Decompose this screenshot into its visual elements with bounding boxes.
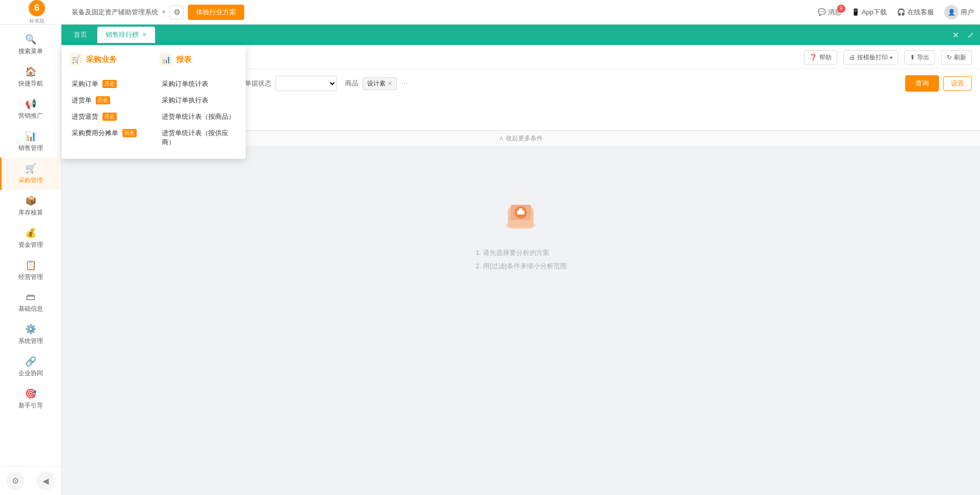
refresh-icon: ↻ xyxy=(947,54,952,61)
print-button[interactable]: 🖨 按模板打印 ▾ xyxy=(843,50,898,64)
sidebar-item-label: 新手引导 xyxy=(18,401,43,410)
tab-resize-icon[interactable]: ⤢ xyxy=(965,29,976,41)
purchase-icon: 🛒 xyxy=(25,163,36,174)
menu-item-receive[interactable]: 进货单 历史 xyxy=(70,92,147,109)
tab-home-label: 首页 xyxy=(74,30,87,39)
tab-close-icon[interactable]: ✕ xyxy=(142,31,147,38)
home-icon: 🏠 xyxy=(25,66,36,77)
sidebar-item-marketing[interactable]: 📢 营销推广 xyxy=(0,93,61,125)
notification-item[interactable]: 💬 消息 9 xyxy=(818,8,841,17)
sidebar-item-purchase[interactable]: 🛒 采购管理 xyxy=(0,158,61,190)
topbar: 6 标准版 装备及固定资产辅助管理系统 ▾ ⚙ 体验行业方案 💬 消息 9 📱 … xyxy=(0,0,980,25)
sidebar-item-sales[interactable]: 📊 销售管理 xyxy=(0,125,61,158)
sidebar-settings-button[interactable]: ⚙ xyxy=(6,471,25,490)
history-badge-1: 历史 xyxy=(96,96,110,104)
phone-icon: 📱 xyxy=(851,8,860,16)
report-section-icon: 📊 xyxy=(160,53,172,66)
sidebar-item-search[interactable]: 🔍 搜索菜单 xyxy=(0,29,61,61)
tab-close-all-icon[interactable]: ✕ xyxy=(950,29,961,41)
sidebar-collapse-button[interactable]: ◀ xyxy=(36,471,55,490)
sidebar-item-label: 快捷导航 xyxy=(18,79,43,88)
help-icon: ❓ xyxy=(809,54,817,61)
sidebar-item-inventory[interactable]: 📦 库存核算 xyxy=(0,190,61,222)
tab-sales-rank-label: 销售排行榜 xyxy=(105,30,139,39)
dropdown-menu: 🛒 采购业务 采购订单 历史 进货单 历史 进货退货 历史 采购费用分摊单 历史… xyxy=(61,45,246,159)
query-button[interactable]: 查询 xyxy=(905,75,939,92)
goods-tag: 设计素 ✕ xyxy=(363,77,397,90)
bill-status-filter-group: 单据状态 xyxy=(245,76,337,91)
receive-return-label: 进货退货 xyxy=(72,112,98,121)
print-label: 按模板打印 xyxy=(857,53,888,62)
tab-sales-rank[interactable]: 销售排行榜 ✕ xyxy=(97,27,155,43)
goods-tag-close[interactable]: ✕ xyxy=(388,80,392,87)
notification-icon: 💬 xyxy=(818,8,826,16)
bill-status-select[interactable] xyxy=(275,76,337,91)
sidebar-item-quick-nav[interactable]: 🏠 快捷导航 xyxy=(0,61,61,93)
sidebar-item-basic-info[interactable]: 🗃 基础信息 xyxy=(0,287,61,318)
topbar-right: 💬 消息 9 📱 App下载 🎧 在线客服 👤 用户 xyxy=(818,5,974,19)
logo-area: 6 标准版 xyxy=(6,0,68,25)
sidebar-item-finance[interactable]: 💰 资金管理 xyxy=(0,222,61,254)
goods-label: 商品 xyxy=(345,79,358,88)
menu-item-purchase-expense[interactable]: 采购费用分摊单 历史 xyxy=(70,125,147,141)
sidebar-item-label: 营销推广 xyxy=(18,112,43,120)
title-arrow-icon[interactable]: ▾ xyxy=(162,9,165,15)
sidebar-item-label: 销售管理 xyxy=(18,144,43,153)
menu-item-purchase-order-stat[interactable]: 采购订单统计表 xyxy=(160,76,238,92)
sidebar: 🔍 搜索菜单 🏠 快捷导航 📢 营销推广 📊 销售管理 🛒 采购管理 📦 库存核… xyxy=(0,25,61,495)
notification-badge: 9 xyxy=(837,5,845,13)
history-badge-0: 历史 xyxy=(102,80,117,88)
print-icon: 🖨 xyxy=(849,54,855,61)
sidebar-item-enterprise[interactable]: 🔗 企业协同 xyxy=(0,351,61,383)
purchase-expense-label: 采购费用分摊单 xyxy=(72,128,118,138)
sidebar-item-label: 基础信息 xyxy=(18,305,43,313)
empty-tip-1: 请先选择要分析的方案 xyxy=(483,248,566,257)
empty-tips: 请先选择要分析的方案 用[过滤]条件来缩小分析范围 xyxy=(475,248,566,271)
sidebar-item-label: 搜索菜单 xyxy=(18,47,43,56)
help-button[interactable]: ❓ 帮助 xyxy=(804,50,837,64)
refresh-button[interactable]: ↻ 刷新 xyxy=(941,50,972,64)
inventory-icon: 📦 xyxy=(25,195,36,206)
app-download-item[interactable]: 📱 App下载 xyxy=(851,8,887,17)
sidebar-bottom: ⚙ ◀ xyxy=(0,466,61,495)
receive-label: 进货单 xyxy=(72,96,92,105)
goods-tag-text: 设计素 xyxy=(367,79,386,88)
app-download-label: App下载 xyxy=(862,8,887,17)
tab-home[interactable]: 首页 xyxy=(66,27,95,43)
purchase-section: 🛒 采购业务 采购订单 历史 进货单 历史 进货退货 历史 采购费用分摊单 历史 xyxy=(70,53,147,150)
menu-item-receive-stat-goods[interactable]: 进货单统计表（按商品） xyxy=(160,109,238,125)
export-button[interactable]: ⬆ 导出 xyxy=(904,50,935,64)
settings-icon[interactable]: ⚙ xyxy=(169,5,184,19)
refresh-label: 刷新 xyxy=(954,53,966,62)
sidebar-item-guide[interactable]: 🎯 新手引导 xyxy=(0,383,61,415)
goods-filter-more[interactable]: ··· xyxy=(401,79,408,88)
bill-status-label: 单据状态 xyxy=(245,79,271,88)
settings-button[interactable]: 设置 xyxy=(943,76,972,91)
sidebar-item-operation[interactable]: 📋 经营管理 xyxy=(0,254,61,287)
report-section-label: 报表 xyxy=(176,55,191,64)
recv-stat-supplier-label: 进货单统计表（按供应商） xyxy=(162,128,236,147)
solution-button[interactable]: 体验行业方案 xyxy=(188,5,244,20)
menu-item-purchase-order[interactable]: 采购订单 历史 xyxy=(70,76,147,92)
menu-item-purchase-order-exec[interactable]: 采购订单执行表 xyxy=(160,92,238,109)
system-icon: ⚙️ xyxy=(25,324,36,335)
sidebar-item-label: 采购管理 xyxy=(18,176,43,185)
menu-item-receive-return[interactable]: 进货退货 历史 xyxy=(70,109,147,125)
user-label: 用户 xyxy=(961,8,974,17)
collapse-text: 收起更多条件 xyxy=(506,135,543,142)
system-title-text: 装备及固定资产辅助管理系统 xyxy=(72,8,158,17)
logo-icon: 6 xyxy=(29,0,45,16)
online-service-item[interactable]: 🎧 在线客服 xyxy=(897,8,934,17)
search-icon: 🔍 xyxy=(25,34,36,45)
sidebar-item-system[interactable]: ⚙️ 系统管理 xyxy=(0,318,61,351)
sidebar-item-label: 库存核算 xyxy=(18,208,43,217)
finance-icon: 💰 xyxy=(25,227,36,239)
user-item[interactable]: 👤 用户 xyxy=(944,5,974,19)
export-label: 导出 xyxy=(917,53,929,62)
collapse-icon: ∧ xyxy=(499,135,504,142)
topbar-title: 装备及固定资产辅助管理系统 ▾ ⚙ 体验行业方案 xyxy=(72,5,818,20)
history-badge-2: 历史 xyxy=(102,113,117,121)
empty-illustration xyxy=(495,187,546,238)
report-section-title: 📊 报表 xyxy=(160,53,238,70)
menu-item-receive-stat-supplier[interactable]: 进货单统计表（按供应商） xyxy=(160,125,238,150)
